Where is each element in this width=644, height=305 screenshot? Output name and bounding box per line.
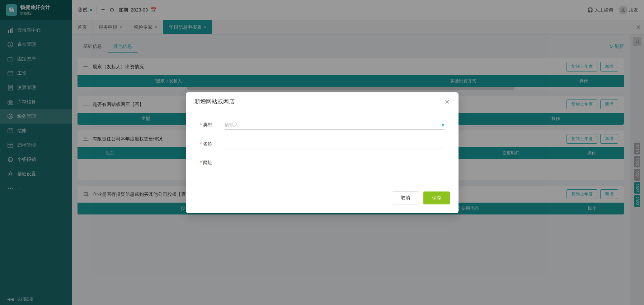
field-type-input-wrap: ▾ [225,121,444,130]
form-row-type: * 类型 ▾ [200,121,444,130]
field-type-input[interactable] [225,122,442,128]
add-website-modal: 新增网站或网店 ✕ * 类型 ▾ * 名称 [186,92,459,213]
modal-overlay: 新增网站或网店 ✕ * 类型 ▾ * 名称 [0,0,644,305]
field-name-label: * 名称 [200,141,222,147]
modal-footer: 取消 保存 [186,186,459,213]
field-url-input[interactable] [225,160,444,165]
field-name-input[interactable] [225,141,444,147]
field-url-input-wrap [225,158,444,167]
chevron-down-icon[interactable]: ▾ [442,122,444,128]
modal-close-button[interactable]: ✕ [445,98,450,106]
save-button[interactable]: 保存 [423,191,450,204]
modal-header: 新增网站或网店 ✕ [186,92,459,112]
field-url-label: * 网址 [200,160,222,166]
modal-title: 新增网站或网店 [194,98,235,106]
form-row-name: * 名称 [200,140,444,148]
field-type-label: * 类型 [200,122,222,128]
modal-body: * 类型 ▾ * 名称 * [186,112,459,186]
field-name-input-wrap [225,140,444,148]
cancel-button[interactable]: 取消 [392,191,419,204]
form-row-url: * 网址 [200,158,444,167]
